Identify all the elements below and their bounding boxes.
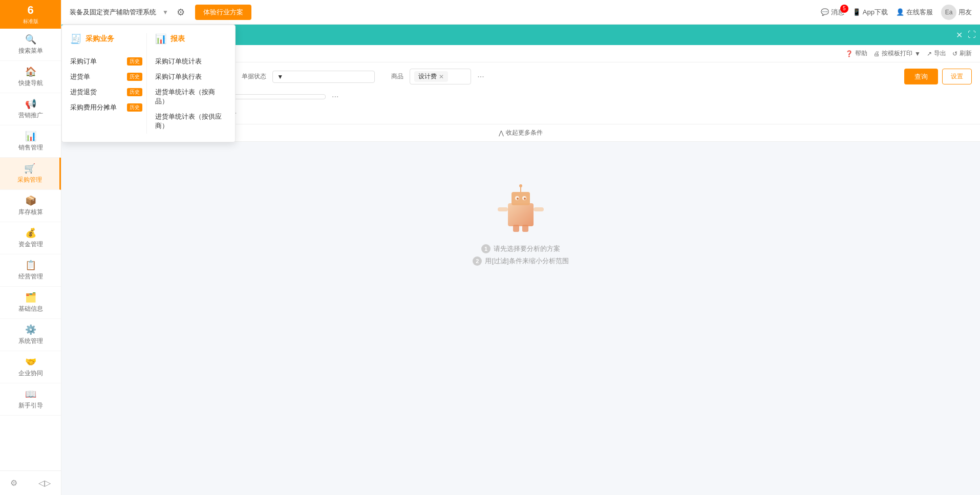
sidebar-item-cooperation[interactable]: 🤝 企业协同 <box>0 351 61 383</box>
cooperation-icon: 🤝 <box>25 356 36 368</box>
staff-select[interactable] <box>223 94 326 99</box>
sidebar-item-quick-nav[interactable]: 🏠 快捷导航 <box>0 61 61 93</box>
collapse-label: 收起更多条件 <box>506 128 543 137</box>
goods-tag-text: 设计费 <box>418 72 437 81</box>
empty-state: 1 请先选择要分析的方案 2 用[过滤]条件来缩小分析范围 <box>61 142 980 307</box>
topbar-title: 装备及固定资产辅助管理系统 <box>70 8 156 17</box>
report-purchase-stat-label: 采购订单统计表 <box>155 57 202 66</box>
sidebar-item-purchase[interactable]: 🛒 采购管理 <box>0 158 61 190</box>
export-btn[interactable]: ↗ 导出 <box>927 49 946 58</box>
dropdown-overlay: 🧾 采购业务 采购订单 历史 进货单 历史 进货退货 历史 <box>61 25 236 142</box>
sidebar-item-marketing[interactable]: 📢 营销推广 <box>0 93 61 125</box>
svg-rect-6 <box>498 207 508 211</box>
dropdown-purchase-header: 🧾 采购业务 <box>70 33 142 48</box>
svg-rect-1 <box>512 192 530 205</box>
empty-hint-2: 2 用[过滤]条件来缩小分析范围 <box>473 256 568 266</box>
sidebar-label-cooperation: 企业协同 <box>18 369 43 378</box>
sidebar-label-search: 搜索菜单 <box>18 47 43 55</box>
app-label: App下载 <box>863 8 888 17</box>
logo-icon: 6 <box>27 4 33 17</box>
filter-actions: 查询 设置 <box>904 69 972 84</box>
dropdown-purchase-order[interactable]: 采购订单 历史 <box>70 54 142 69</box>
topbar-right: 💬 消息 5 📱 App下载 👤 在线客服 Ea 用友 <box>821 5 972 20</box>
dropdown-return[interactable]: 进货退货 历史 <box>70 84 142 100</box>
dropdown-report-purchase-stat[interactable]: 采购订单统计表 <box>155 54 227 69</box>
sidebar-logo: 6 标准版 <box>0 0 61 29</box>
return-label: 进货退货 <box>70 88 97 97</box>
tab-expand-icon[interactable]: ⛶ <box>968 30 976 39</box>
return-history: 历史 <box>127 88 142 96</box>
user-item[interactable]: Ea 用友 <box>941 5 972 20</box>
svg-point-5 <box>524 198 526 200</box>
sidebar-settings-btn[interactable]: ⚙ <box>8 476 19 490</box>
logo-subtitle: 标准版 <box>23 18 38 25</box>
tabs-wrapper: 首页 销售排行榜 ✕ ✕ ⛶ 🧾 采购业务 采购 <box>61 25 980 45</box>
refresh-btn[interactable]: ↺ 刷新 <box>952 49 972 58</box>
app-download-item[interactable]: 📱 App下载 <box>853 8 888 17</box>
service-item[interactable]: 👤 在线客服 <box>896 8 933 17</box>
tab-minimize-icon[interactable]: ✕ <box>956 30 963 40</box>
report-inbound-goods-label: 进货单统计表（按商品） <box>155 88 227 106</box>
query-button[interactable]: 查询 <box>904 69 938 84</box>
sidebar-item-system[interactable]: ⚙️ 系统管理 <box>0 319 61 351</box>
print-btn[interactable]: 🖨 按模板打印 ▼ <box>874 49 921 58</box>
topbar-settings-icon[interactable]: ⚙ <box>177 7 185 18</box>
finance-icon: 💰 <box>25 227 36 239</box>
status-select[interactable]: ▼ <box>272 71 375 83</box>
status-label: 单据状态 <box>242 72 266 81</box>
export-icon: ↗ <box>927 50 932 57</box>
sidebar-item-sales[interactable]: 📊 销售管理 <box>0 125 61 158</box>
set-button[interactable]: 设置 <box>942 69 972 84</box>
sidebar-label-basic: 基础信息 <box>18 305 43 313</box>
goods-tag: 设计费 ✕ <box>414 71 448 82</box>
service-icon: 👤 <box>896 8 904 16</box>
sidebar-item-inventory[interactable]: 📦 库存核算 <box>0 190 61 222</box>
dropdown-purchase-title: 采购业务 <box>86 34 114 44</box>
help-btn[interactable]: ❓ 帮助 <box>845 49 867 58</box>
refresh-icon: ↺ <box>952 50 957 57</box>
inbound-label: 进货单 <box>70 72 90 81</box>
sidebar-label-finance: 资金管理 <box>18 240 43 249</box>
sidebar-item-search[interactable]: 🔍 搜索菜单 <box>0 29 61 61</box>
sidebar-collapse-btn[interactable]: ◁▷ <box>36 476 53 490</box>
staff-more-dots[interactable]: ··· <box>332 92 338 101</box>
export-label: 导出 <box>934 49 946 58</box>
refresh-label: 刷新 <box>960 49 972 58</box>
message-badge: 5 <box>840 5 848 13</box>
dropdown-expense[interactable]: 采购费用分摊单 历史 <box>70 100 142 115</box>
message-icon: 💬 <box>821 8 829 16</box>
dropdown-report-purchase-exec[interactable]: 采购订单执行表 <box>155 69 227 84</box>
search-icon: 🔍 <box>25 34 36 45</box>
trial-btn[interactable]: 体验行业方案 <box>195 5 251 20</box>
sidebar-label-sales: 销售管理 <box>18 143 43 152</box>
purchase-order-history: 历史 <box>127 57 142 66</box>
sidebar-item-operation[interactable]: 📋 经营管理 <box>0 254 61 287</box>
goods-select[interactable]: 设计费 ✕ <box>410 69 471 84</box>
sidebar-item-finance[interactable]: 💰 资金管理 <box>0 222 61 254</box>
dropdown-report-inbound-supplier[interactable]: 进货单统计表（按供应商） <box>155 109 227 134</box>
sidebar-label-operation: 经营管理 <box>18 272 43 281</box>
message-item[interactable]: 💬 消息 5 <box>821 8 844 17</box>
sidebar: 6 标准版 🔍 搜索菜单 🏠 快捷导航 📢 营销推广 📊 销售管理 🛒 采购管理… <box>0 0 61 495</box>
avatar: Ea <box>941 5 956 20</box>
sidebar-item-guide[interactable]: 📖 新手引导 <box>0 383 61 416</box>
sales-icon: 📊 <box>25 131 36 142</box>
goods-tag-close[interactable]: ✕ <box>439 73 444 80</box>
dropdown-inbound[interactable]: 进货单 历史 <box>70 69 142 84</box>
dropdown-report-header: 📊 报表 <box>155 33 227 48</box>
goods-label: 商品 <box>391 72 403 81</box>
purchase-order-label: 采购订单 <box>70 57 97 66</box>
dropdown-report-inbound-goods[interactable]: 进货单统计表（按商品） <box>155 84 227 109</box>
sidebar-label-quick-nav: 快捷导航 <box>18 79 43 88</box>
goods-more-dots[interactable]: ··· <box>477 72 484 81</box>
topbar-dropdown-icon[interactable]: ▼ <box>162 9 168 16</box>
dropdown-report-title: 报表 <box>171 34 185 44</box>
hint1-text: 请先选择要分析的方案 <box>494 244 560 253</box>
home-icon: 🏠 <box>25 66 36 77</box>
print-dropdown-icon: ▼ <box>914 50 921 57</box>
sidebar-label-purchase: 采购管理 <box>17 176 42 184</box>
main-area: 装备及固定资产辅助管理系统 ▼ ⚙ 体验行业方案 💬 消息 5 📱 App下载 … <box>61 0 980 495</box>
sidebar-label-system: 系统管理 <box>18 337 43 346</box>
svg-rect-0 <box>508 203 534 226</box>
sidebar-item-basic[interactable]: 🗂️ 基础信息 <box>0 287 61 319</box>
